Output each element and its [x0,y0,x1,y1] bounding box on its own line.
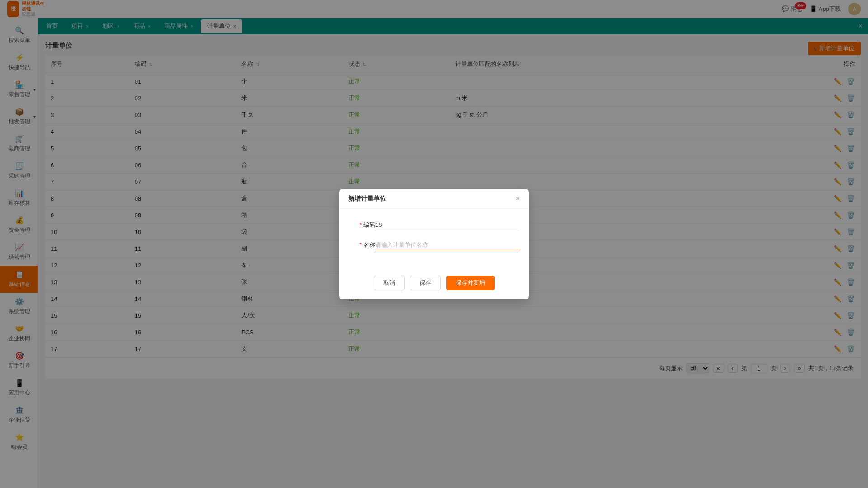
name-label: 名称 [348,241,375,249]
form-item-name: 名称 [348,239,520,250]
modal-footer: 取消 保存 保存并新增 [339,270,529,299]
save-and-new-button[interactable]: 保存并新增 [446,276,495,290]
form-item-code: 编码 [348,220,520,230]
modal-close-button[interactable]: × [516,195,520,203]
modal-overlay[interactable]: 新增计量单位 × 编码 名称 取消 保存 保存并新增 [0,0,868,488]
code-input[interactable] [375,220,520,230]
save-button[interactable]: 保存 [410,276,441,290]
modal-body: 编码 名称 [339,209,529,270]
code-label: 编码 [348,221,375,229]
modal-title: 新增计量单位 [348,195,386,203]
name-input[interactable] [375,239,520,250]
modal-header: 新增计量单位 × [339,189,529,209]
add-measure-unit-modal: 新增计量单位 × 编码 名称 取消 保存 保存并新增 [339,189,529,299]
cancel-button[interactable]: 取消 [374,276,405,290]
